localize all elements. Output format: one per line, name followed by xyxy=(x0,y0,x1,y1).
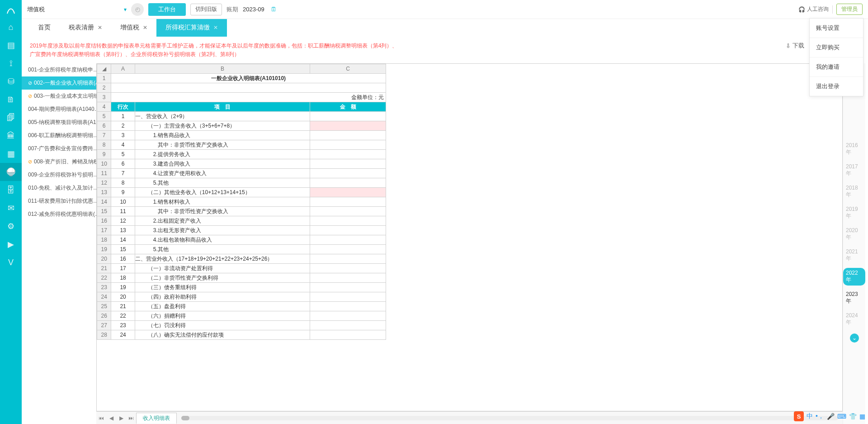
amount-cell[interactable] xyxy=(310,264,386,273)
amount-cell[interactable] xyxy=(310,188,386,197)
item-cell[interactable]: （八）确实无法偿付的应付款项 xyxy=(135,330,310,340)
select-all-cell[interactable]: ◢ xyxy=(97,64,111,74)
row-number[interactable]: 18 xyxy=(97,235,111,245)
amount-cell[interactable] xyxy=(310,112,386,121)
tree-item[interactable]: ⊘008-资产折旧、摊销及纳税… xyxy=(22,155,96,168)
year-more-icon[interactable]: ⌄ xyxy=(850,333,859,343)
line-number-cell[interactable]: 13 xyxy=(111,226,135,235)
scrollbar-thumb[interactable] xyxy=(181,416,189,420)
row-number[interactable]: 14 xyxy=(97,197,111,207)
row-number[interactable]: 28 xyxy=(97,330,111,340)
line-number-cell[interactable]: 9 xyxy=(111,188,135,197)
item-cell[interactable]: 3.出租无形资产收入 xyxy=(135,226,310,235)
item-cell[interactable]: 2.提供劳务收入 xyxy=(135,150,310,159)
blank-cell[interactable] xyxy=(111,83,386,93)
ime-skin-icon[interactable]: 👕 xyxy=(849,413,857,420)
line-number-cell[interactable]: 11 xyxy=(111,207,135,216)
user-menu-invite[interactable]: 我的邀请 xyxy=(810,57,863,77)
row-number[interactable]: 27 xyxy=(97,321,111,330)
nav-invoice-icon[interactable]: 🗎 xyxy=(0,91,22,109)
item-cell[interactable]: （七）罚没利得 xyxy=(135,321,310,330)
col-header[interactable]: B xyxy=(135,64,310,74)
ime-voice-icon[interactable]: 🎤 xyxy=(827,413,835,420)
amount-cell[interactable] xyxy=(310,207,386,216)
item-cell[interactable]: 5.其他 xyxy=(135,178,310,188)
amount-cell[interactable] xyxy=(310,216,386,226)
row-number[interactable]: 13 xyxy=(97,188,111,197)
year-item[interactable]: 2016年 xyxy=(843,140,865,158)
nav-video-icon[interactable]: ▶ xyxy=(0,235,22,253)
row-number[interactable]: 4 xyxy=(97,102,111,112)
item-cell[interactable]: （三）债务重组利得 xyxy=(135,283,310,292)
year-item[interactable]: 2019年 xyxy=(843,204,865,222)
nav-settings-icon[interactable]: ⚙ xyxy=(0,217,22,235)
nav-archive-icon[interactable]: 🗄 xyxy=(0,181,22,199)
tree-item[interactable]: 010-免税、减计收入及加计… xyxy=(22,181,96,195)
nav-assets-icon[interactable]: 🏛 xyxy=(0,127,22,145)
tree-item[interactable]: 004-期间费用明细表(A1040… xyxy=(22,103,96,116)
row-number[interactable]: 25 xyxy=(97,302,111,311)
year-item[interactable]: 2020年 xyxy=(843,225,865,243)
ime-keyboard-icon[interactable]: ⌨ xyxy=(837,413,846,420)
item-cell[interactable]: 其中：非货币性资产交换收入 xyxy=(135,140,310,150)
item-cell[interactable]: （二）非货币性资产交换利得 xyxy=(135,273,310,283)
line-number-cell[interactable]: 15 xyxy=(111,245,135,254)
nav-report-icon[interactable]: 🗐 xyxy=(0,109,22,127)
row-number[interactable]: 17 xyxy=(97,226,111,235)
nav-tax-icon[interactable]: 🍚 xyxy=(0,163,22,181)
line-number-cell[interactable]: 22 xyxy=(111,311,135,321)
year-item[interactable]: 2022年 xyxy=(843,268,865,286)
item-cell[interactable]: 二、营业外收入（17+18+19+20+21+22+23+24+25+26） xyxy=(135,254,310,264)
amount-cell[interactable] xyxy=(310,330,386,340)
row-number[interactable]: 2 xyxy=(97,83,111,93)
tree-item[interactable]: 007-广告费和业务宣传费跨… xyxy=(22,142,96,155)
tree-item[interactable]: ⊘003-一般企业成本支出明细… xyxy=(22,90,96,103)
tab-income-tax[interactable]: 所得税汇算清缴✕ xyxy=(156,19,227,37)
tree-item[interactable]: 001-企业所得税年度纳税申… xyxy=(22,63,96,76)
line-number-cell[interactable]: 18 xyxy=(111,273,135,283)
row-number[interactable]: 15 xyxy=(97,207,111,216)
amount-cell[interactable] xyxy=(310,159,386,169)
sheet-prev-icon[interactable]: ◀ xyxy=(106,415,116,421)
tree-item[interactable]: 011-研发费用加计扣除优惠… xyxy=(22,195,96,208)
row-number[interactable]: 23 xyxy=(97,283,111,292)
amount-cell[interactable] xyxy=(310,131,386,140)
year-item[interactable]: 2017年 xyxy=(843,162,865,179)
line-number-cell[interactable]: 16 xyxy=(111,254,135,264)
workbench-button[interactable]: 工作台 xyxy=(148,3,186,16)
nav-inbox-icon[interactable]: ✉ xyxy=(0,199,22,217)
row-number[interactable]: 6 xyxy=(97,121,111,131)
row-number[interactable]: 12 xyxy=(97,178,111,188)
item-cell[interactable]: 4.让渡资产使用权收入 xyxy=(135,169,310,178)
col-header[interactable]: A xyxy=(111,64,135,74)
spreadsheet[interactable]: ◢ABC 1一般企业收入明细表(A101010) 2 3金额单位：元 4行次项 … xyxy=(97,64,386,340)
close-icon[interactable]: ✕ xyxy=(143,24,147,31)
nav-home-icon[interactable]: ⌂ xyxy=(0,18,22,36)
amount-cell[interactable] xyxy=(310,321,386,330)
item-cell[interactable]: （六）捐赠利得 xyxy=(135,311,310,321)
admin-button[interactable]: 管理员 xyxy=(836,4,863,15)
amount-cell[interactable] xyxy=(310,283,386,292)
line-number-cell[interactable]: 6 xyxy=(111,159,135,169)
nav-funds-icon[interactable]: ⛁ xyxy=(0,72,22,91)
line-number-cell[interactable]: 23 xyxy=(111,321,135,330)
row-number[interactable]: 16 xyxy=(97,216,111,226)
line-number-cell[interactable]: 1 xyxy=(111,112,135,121)
row-number[interactable]: 7 xyxy=(97,131,111,140)
tab-vat[interactable]: 增值税✕ xyxy=(111,19,156,37)
ime-mode[interactable]: 中 xyxy=(807,412,813,420)
col-header[interactable]: C xyxy=(310,64,386,74)
support-link[interactable]: 🎧 人工咨询 xyxy=(798,5,829,13)
ime-punct-icon[interactable]: •， xyxy=(816,412,824,420)
tree-item[interactable]: 009-企业所得税弥补亏损明… xyxy=(22,168,96,181)
item-cell[interactable]: 1.销售材料收入 xyxy=(135,197,310,207)
line-number-cell[interactable]: 24 xyxy=(111,330,135,340)
amount-cell[interactable] xyxy=(310,245,386,254)
item-cell[interactable]: 一、营业收入（2+9） xyxy=(135,112,310,121)
year-item[interactable]: 2021年 xyxy=(843,247,865,264)
line-number-cell[interactable]: 17 xyxy=(111,264,135,273)
calendar-icon[interactable]: 🗓 xyxy=(271,6,277,13)
item-cell[interactable]: （四）政府补助利得 xyxy=(135,292,310,302)
amount-cell[interactable] xyxy=(310,121,386,131)
sheet-first-icon[interactable]: ⏮ xyxy=(96,415,106,421)
